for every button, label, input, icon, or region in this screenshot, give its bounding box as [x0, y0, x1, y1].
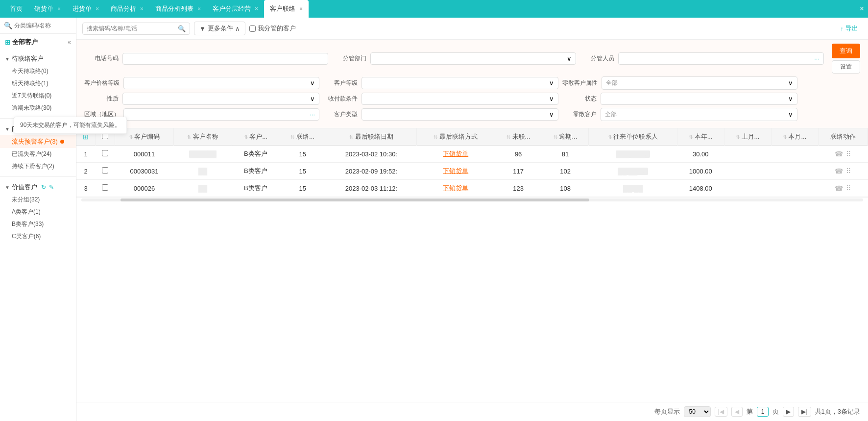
tab-close-customer-tier[interactable]: × — [255, 5, 258, 12]
tab-purchase-order[interactable]: 进货单 × — [67, 0, 105, 18]
action-more-1[interactable]: ⠿ — [846, 150, 851, 158]
sidebar-section-value: ▼ 价值客户 ↻ ✎ 未分组(32) A类客户(1) B类客户(33) C类客户… — [0, 179, 76, 245]
price-grade-label: 客户价格等级 — [84, 79, 120, 87]
tab-home[interactable]: 首页 — [4, 0, 28, 18]
sort-icon-name: ⇅ — [187, 134, 191, 140]
cell-overdue-2: 102 — [542, 163, 589, 180]
sidebar-section-title-value[interactable]: ▼ 价值客户 ↻ ✎ — [0, 181, 76, 194]
sidebar-item-class-b[interactable]: B类客户(33) — [0, 218, 76, 230]
filter-row-1: 电话号码 分管部门 ∨ 分管人员 ··· — [84, 44, 860, 74]
horizontal-scrollbar[interactable] — [76, 197, 868, 202]
edit-icon-value[interactable]: ✎ — [49, 184, 54, 191]
sidebar-item-declining[interactable]: 持续下滑客户(2) — [0, 160, 76, 173]
filter-panel: 电话号码 分管部门 ∨ 分管人员 ··· — [76, 40, 868, 128]
sidebar-all-customers[interactable]: ⊞ 全部客户 « — [0, 34, 76, 50]
cell-date-2: 2023-02-09 19:52: — [326, 163, 416, 180]
region-select[interactable]: ··· — [123, 108, 319, 121]
person-select[interactable]: ··· — [618, 52, 824, 65]
gender-select[interactable]: ∨ — [122, 93, 319, 105]
row-checkbox-3[interactable] — [102, 184, 108, 191]
page-prev-btn[interactable]: ◀ — [731, 407, 743, 417]
phone-input[interactable] — [122, 53, 328, 65]
sidebar-item-tomorrow[interactable]: 明天待联络(1) — [0, 77, 76, 90]
cell-contact-3: 15 — [279, 180, 326, 197]
customer-grade-label: 客户等级 — [323, 79, 358, 87]
col-this-year: ⇅ 本年... — [677, 128, 724, 146]
chevron-gender: ∨ — [310, 95, 315, 102]
link-method-1[interactable]: 下销货单 — [443, 150, 468, 157]
action-more-2[interactable]: ⠿ — [846, 167, 851, 175]
search-box[interactable]: 🔍 — [82, 23, 190, 35]
page-last-btn[interactable]: ▶| — [798, 407, 811, 417]
action-phone-1[interactable]: ☎ — [835, 150, 843, 158]
tab-product-analysis-list[interactable]: 商品分析列表 × — [149, 0, 207, 18]
settings-icon[interactable]: ⊞ — [83, 133, 89, 141]
more-conditions-btn[interactable]: ▼ 更多条件 ∧ — [194, 22, 245, 35]
retail-label: 零散客户 — [562, 110, 597, 119]
per-page-select[interactable]: 50 100 200 — [684, 406, 711, 417]
cell-year-2: 1000.00 — [677, 163, 724, 180]
sidebar-item-class-a[interactable]: A类客户(1) — [0, 206, 76, 218]
customer-grade-select[interactable]: ∨ — [362, 77, 558, 89]
sort-icon-overdue: ⇅ — [554, 134, 557, 140]
tab-product-analysis[interactable]: 商品分析 × — [105, 0, 149, 18]
cell-lastmonth-1 — [724, 146, 771, 163]
filter-field-payment: 收付款条件 ∨ — [323, 93, 558, 105]
page-first-btn[interactable]: |◀ — [715, 407, 727, 417]
scrollbar-thumb[interactable] — [121, 198, 590, 201]
cell-date-3: 2023-02-03 11:12: — [326, 180, 416, 197]
chevron-price: ∨ — [310, 79, 315, 87]
cell-actions-1: ☎ ⠿ — [818, 146, 868, 163]
page-next-btn[interactable]: ▶ — [783, 407, 794, 417]
action-phone-2[interactable]: ☎ — [835, 167, 843, 175]
sidebar-item-churned[interactable]: 已流失客户(24) — [0, 148, 76, 160]
tab-close-product-analysis[interactable]: × — [140, 5, 144, 12]
sidebar-item-today[interactable]: 今天待联络(0) — [0, 65, 76, 77]
tab-close-sales-order[interactable]: × — [57, 5, 61, 12]
link-method-3[interactable]: 下销货单 — [443, 184, 468, 192]
link-method-2[interactable]: 下销货单 — [443, 167, 468, 174]
sidebar-section-title-pending[interactable]: ▼ 待联络客户 — [0, 52, 76, 65]
main-search-input[interactable] — [87, 25, 176, 32]
export-icon: ↑ — [841, 25, 844, 32]
tab-sales-order[interactable]: 销货单 × — [28, 0, 67, 18]
dept-select[interactable]: ∨ — [370, 52, 576, 65]
price-grade-select[interactable]: ∨ — [123, 77, 319, 89]
sidebar-item-class-c[interactable]: C类客户(6) — [0, 230, 76, 243]
sidebar-item-overdue[interactable]: 逾期未联络(30) — [0, 102, 76, 114]
sidebar-item-ungrouped[interactable]: 未分组(32) — [0, 194, 76, 206]
retail-attr-select[interactable]: 全部 ∨ — [602, 76, 797, 90]
sidebar-search-input[interactable] — [14, 22, 72, 29]
sidebar: 🔍 ⊞ 全部客户 « ▼ 待联络客户 今天待联络(0) 明天待联络(1) 近7天… — [0, 18, 76, 421]
action-phone-3[interactable]: ☎ — [835, 184, 843, 192]
cell-code-1: 000011 — [115, 146, 174, 163]
retail-select[interactable]: 全部 ∨ — [601, 108, 797, 121]
window-close-button[interactable]: × — [860, 4, 864, 13]
customer-type-select[interactable]: ∨ — [362, 108, 558, 121]
cell-method-2: 下销货单 — [416, 163, 495, 180]
query-button[interactable]: 查询 — [832, 44, 860, 58]
filter-field-gender: 性质 ∨ — [84, 93, 319, 105]
my-customers-checkbox[interactable] — [249, 25, 256, 32]
cell-thismonth-1 — [771, 146, 818, 163]
sidebar-item-churn-warning[interactable]: 流失预警客户(3) — [0, 135, 76, 148]
row-checkbox-2[interactable] — [102, 167, 108, 173]
tab-close-product-analysis-list[interactable]: × — [197, 5, 201, 12]
row-checkbox-1[interactable] — [102, 150, 108, 156]
tab-close-purchase-order[interactable]: × — [96, 5, 99, 12]
sidebar-item-7days[interactable]: 近7天待联络(0) — [0, 90, 76, 102]
tab-close-customer-contact[interactable]: × — [299, 5, 303, 12]
tab-customer-contact[interactable]: 客户联络 × — [264, 0, 309, 18]
more-person: ··· — [814, 55, 820, 62]
tab-customer-tier[interactable]: 客户分层经营 × — [207, 0, 264, 18]
table-body: 1 000011 ██████ B类客户 15 2023-03-02 10:30… — [76, 146, 868, 197]
settings-button[interactable]: 设置 — [832, 60, 860, 74]
payment-select[interactable]: ∨ — [362, 93, 558, 105]
action-more-3[interactable]: ⠿ — [846, 184, 851, 192]
export-button[interactable]: ↑ 导出 — [837, 22, 863, 35]
my-customers-checkbox-label[interactable]: 我分管的客户 — [249, 24, 296, 33]
tri-icon-pending: ▼ — [5, 56, 10, 62]
refresh-icon[interactable]: ↻ — [41, 184, 46, 191]
status-select[interactable]: ∨ — [601, 93, 797, 105]
action-buttons: 查询 设置 — [832, 44, 860, 74]
